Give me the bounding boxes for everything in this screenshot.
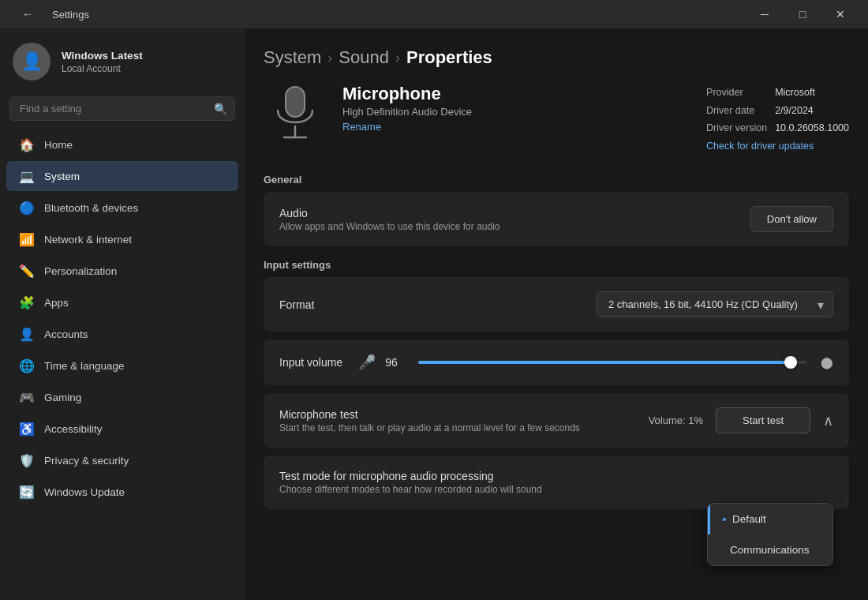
sidebar-item-system[interactable]: 💻 System [6, 161, 238, 191]
audio-card: Audio Allow apps and Windows to use this… [264, 192, 849, 246]
dropdown-item-communications-label: Communications [730, 544, 810, 556]
sidebar-item-gaming-label: Gaming [44, 392, 81, 403]
svg-rect-0 [286, 87, 305, 117]
sidebar-item-apps-label: Apps [44, 297, 69, 309]
sidebar-item-personalization-label: Personalization [44, 265, 117, 277]
breadcrumb: System › Sound › Properties [264, 28, 849, 84]
driver-date-value: 2/9/2024 [775, 102, 849, 120]
user-name: Windows Latest [62, 49, 143, 63]
sidebar-item-home[interactable]: 🏠 Home [6, 129, 238, 159]
apps-icon: 🧩 [19, 294, 35, 310]
update-icon: 🔄 [19, 484, 35, 500]
sidebar-search-wrap: 🔍 [9, 96, 235, 121]
sidebar-item-privacy[interactable]: 🛡️ Privacy & security [6, 445, 238, 475]
avatar-icon: 👤 [21, 51, 43, 72]
volume-slider-thumb[interactable] [784, 356, 797, 369]
format-label: Format [279, 298, 314, 311]
sidebar-item-privacy-label: Privacy & security [44, 455, 129, 467]
back-icon: ← [22, 8, 33, 21]
volume-slider-track[interactable] [418, 361, 806, 364]
sidebar-item-apps[interactable]: 🧩 Apps [6, 287, 238, 317]
device-rename-link[interactable]: Rename [342, 121, 690, 133]
driver-version-label: Driver version [706, 119, 775, 137]
privacy-icon: 🛡️ [19, 452, 35, 468]
user-info: Windows Latest Local Account [62, 49, 143, 74]
breadcrumb-system[interactable]: System [264, 47, 321, 68]
sidebar-item-system-label: System [44, 171, 80, 182]
sidebar-item-accounts-label: Accounts [44, 328, 88, 340]
title-bar: ← Settings ─ □ ✕ [0, 0, 868, 28]
start-test-button[interactable]: Start test [716, 407, 810, 433]
dropdown-item-communications[interactable]: Communications [708, 534, 832, 565]
gaming-icon: 🎮 [19, 389, 35, 405]
close-icon: ✕ [836, 8, 845, 21]
volume-value: 96 [385, 356, 409, 369]
format-card: Format 2 channels, 16 bit, 44100 Hz (CD … [264, 277, 849, 332]
minimize-icon: ─ [761, 8, 769, 21]
test-mode-header-row: Test mode for microphone audio processin… [279, 470, 833, 495]
accessibility-icon: ♿ [19, 421, 35, 437]
sidebar-item-network[interactable]: 📶 Network & internet [6, 224, 238, 254]
test-card-toggle-button[interactable]: ∧ [823, 412, 833, 429]
sidebar-item-accounts[interactable]: 👤 Accounts [6, 319, 238, 349]
audio-sublabel: Allow apps and Windows to use this devic… [279, 221, 500, 232]
time-icon: 🌐 [19, 358, 35, 373]
window-controls: ─ □ ✕ [746, 0, 859, 28]
input-volume-card: Input volume 🎤 96 ⬤ [264, 339, 849, 385]
microphone-svg-icon [271, 84, 319, 147]
dont-allow-button[interactable]: Don't allow [750, 206, 833, 232]
maximize-button[interactable]: □ [784, 0, 821, 28]
sidebar-user: 👤 Windows Latest Local Account [0, 28, 245, 92]
search-input[interactable] [9, 96, 235, 121]
audio-label: Audio [279, 207, 500, 219]
sidebar-item-time[interactable]: 🌐 Time & language [6, 351, 238, 381]
general-section-title: General [264, 174, 849, 186]
system-icon: 💻 [19, 168, 35, 184]
avatar: 👤 [13, 43, 51, 81]
test-mode-label: Test mode for microphone audio processin… [279, 470, 542, 482]
bluetooth-icon: 🔵 [19, 200, 35, 216]
app-body: 👤 Windows Latest Local Account 🔍 🏠 Home … [0, 28, 868, 600]
sidebar-item-accessibility[interactable]: ♿ Accessibility [6, 414, 238, 444]
microphone-volume-icon: 🎤 [358, 354, 376, 371]
minimize-button[interactable]: ─ [746, 0, 783, 28]
personalization-icon: ✏️ [19, 263, 35, 279]
driver-date-label: Driver date [706, 102, 775, 120]
close-button[interactable]: ✕ [822, 0, 859, 28]
provider-label: Provider [706, 84, 775, 102]
sidebar-item-home-label: Home [44, 139, 73, 151]
sidebar-item-update-label: Windows Update [44, 486, 125, 498]
selected-indicator [723, 518, 726, 521]
home-icon: 🏠 [19, 137, 35, 152]
test-mode-card: Test mode for microphone audio processin… [264, 456, 849, 509]
sidebar-item-gaming[interactable]: 🎮 Gaming [6, 382, 238, 412]
breadcrumb-sound[interactable]: Sound [339, 47, 389, 68]
mic-test-sublabel: Start the test, then talk or play audio … [279, 422, 580, 433]
sidebar-item-update[interactable]: 🔄 Windows Update [6, 477, 238, 507]
device-description: High Definition Audio Device [342, 106, 690, 118]
sidebar-item-personalization[interactable]: ✏️ Personalization [6, 256, 238, 286]
user-account-type: Local Account [62, 63, 143, 74]
test-mode-dropdown: Default Communications [707, 503, 833, 566]
accounts-icon: 👤 [19, 326, 35, 342]
device-name: Microphone [342, 84, 690, 104]
driver-version-value: 10.0.26058.1000 [775, 119, 849, 137]
driver-update-link[interactable]: Check for driver updates [706, 137, 849, 156]
test-volume-label: Volume: 1% [649, 414, 703, 426]
breadcrumb-sep-1: › [327, 50, 332, 66]
search-icon: 🔍 [214, 103, 227, 115]
mic-test-label: Microphone test [279, 408, 580, 421]
breadcrumb-sep-2: › [395, 50, 400, 66]
test-card-header: Microphone test Start the test, then tal… [264, 393, 849, 448]
volume-row: 🎤 96 ⬤ [358, 354, 833, 371]
device-icon [264, 84, 327, 147]
sidebar-item-bluetooth[interactable]: 🔵 Bluetooth & devices [6, 193, 238, 223]
microphone-test-card: Microphone test Start the test, then tal… [264, 393, 849, 448]
dropdown-item-default[interactable]: Default [708, 504, 832, 534]
maximize-icon: □ [799, 8, 806, 21]
sidebar: 👤 Windows Latest Local Account 🔍 🏠 Home … [0, 28, 245, 600]
device-header: Microphone High Definition Audio Device … [264, 84, 849, 155]
back-button[interactable]: ← [9, 0, 46, 28]
dropdown-item-default-label: Default [732, 513, 766, 525]
format-select[interactable]: 2 channels, 16 bit, 44100 Hz (CD Quality… [597, 291, 833, 317]
